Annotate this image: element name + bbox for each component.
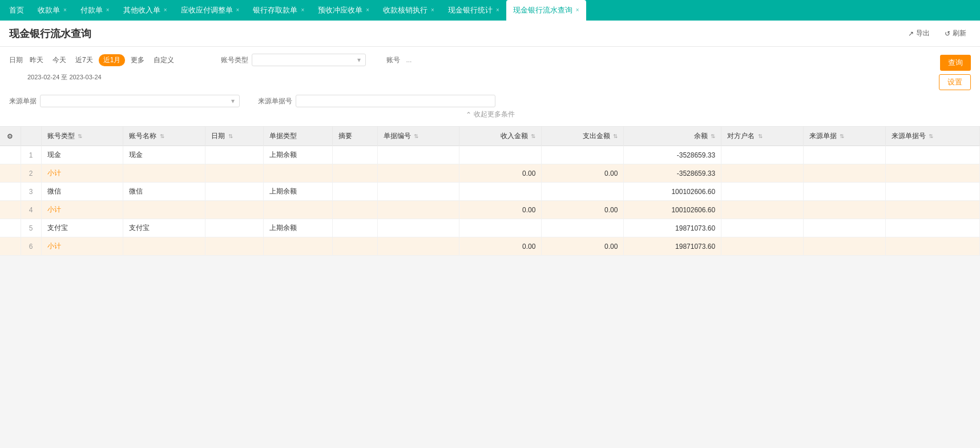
date-btn-today[interactable]: 今天 bbox=[49, 54, 70, 66]
date-btn-1month[interactable]: 近1月 bbox=[99, 54, 126, 66]
nav-label: 其他收入单 bbox=[123, 0, 160, 21]
header-actions: ↗ 导出 ↺ 刷新 bbox=[904, 26, 971, 41]
nav-close-icon[interactable]: × bbox=[431, 0, 434, 21]
th-source-doc-no[interactable]: 来源单据号 ⇅ bbox=[886, 127, 980, 146]
td-expense: 0.00 bbox=[542, 201, 624, 219]
data-table: ⚙ 账号类型 ⇅ 账号名称 ⇅ 日期 ⇅ 单据类型 bbox=[0, 127, 980, 256]
th-income[interactable]: 收入金额 ⇅ bbox=[459, 127, 542, 146]
sort-icon: ⇅ bbox=[929, 133, 933, 139]
th-source-doc[interactable]: 来源单据 ⇅ bbox=[804, 127, 886, 146]
export-button[interactable]: ↗ 导出 bbox=[904, 26, 934, 41]
nav-close-icon[interactable]: × bbox=[164, 0, 167, 21]
th-expense-label: 支出金额 bbox=[583, 132, 610, 140]
source-doc-select[interactable]: ▾ bbox=[40, 95, 240, 107]
nav-home-label: 首页 bbox=[9, 0, 24, 21]
th-account-name-label: 账号名称 bbox=[129, 132, 156, 140]
nav-receipt[interactable]: 收款单 × bbox=[31, 0, 74, 21]
td-expense bbox=[542, 183, 624, 201]
nav-payment[interactable]: 付款单 × bbox=[74, 0, 116, 21]
date-buttons: 昨天 今天 近7天 近1月 更多 自定义 bbox=[26, 54, 178, 66]
th-balance-label: 余额 bbox=[694, 132, 708, 140]
source-doc-no-filter-group: 来源单据号 bbox=[258, 95, 495, 107]
date-btn-yesterday[interactable]: 昨天 bbox=[26, 54, 47, 66]
date-btn-7days[interactable]: 近7天 bbox=[72, 54, 96, 66]
sort-icon: ⇅ bbox=[228, 133, 233, 139]
nav-prepaid[interactable]: 预收冲应收单 × bbox=[311, 0, 376, 21]
th-counterparty[interactable]: 对方户名 ⇅ bbox=[721, 127, 804, 146]
td-date bbox=[205, 183, 264, 201]
th-doc-no[interactable]: 单据编号 ⇅ bbox=[377, 127, 459, 146]
account-type-filter-group: 账号类型 ▾ bbox=[221, 54, 366, 66]
nav-adjustment[interactable]: 应收应付调整单 × bbox=[174, 0, 247, 21]
table-row[interactable]: 6小计0.000.0019871073.60 bbox=[0, 237, 980, 256]
sort-icon: ⇅ bbox=[78, 133, 82, 139]
settings-button[interactable]: 设置 bbox=[939, 74, 971, 90]
nav-bank-deposit[interactable]: 银行存取款单 × bbox=[246, 0, 311, 21]
td-counterparty bbox=[721, 237, 804, 256]
td-income bbox=[459, 146, 542, 164]
th-settings[interactable]: ⚙ bbox=[0, 127, 21, 146]
refresh-icon: ↺ bbox=[945, 30, 950, 38]
table-body: 1现金现金上期余额-3528659.332小计0.000.00-3528659.… bbox=[0, 146, 980, 256]
query-button[interactable]: 查询 bbox=[940, 55, 971, 71]
td-source-doc bbox=[804, 183, 886, 201]
td-seq: 3 bbox=[21, 183, 41, 201]
nav-close-icon[interactable]: × bbox=[63, 0, 67, 21]
th-source-doc-label: 来源单据 bbox=[809, 132, 837, 140]
th-balance[interactable]: 余额 ⇅ bbox=[624, 127, 721, 146]
nav-collection[interactable]: 收款核销执行 × bbox=[376, 0, 441, 21]
collapse-icon: ⌃ bbox=[466, 111, 471, 119]
nav-label: 付款单 bbox=[80, 0, 103, 21]
th-account-type[interactable]: 账号类型 ⇅ bbox=[41, 127, 123, 146]
nav-close-icon[interactable]: × bbox=[301, 0, 304, 21]
nav-close-icon[interactable]: × bbox=[236, 0, 240, 21]
td-doc-type: 上期余额 bbox=[264, 183, 333, 201]
table-row[interactable]: 4小计0.000.00100102606.60 bbox=[0, 201, 980, 219]
nav-close-icon[interactable]: × bbox=[496, 0, 499, 21]
td-account-type: 现金 bbox=[41, 146, 123, 164]
td-balance: 100102606.60 bbox=[624, 183, 721, 201]
date-btn-custom[interactable]: 自定义 bbox=[150, 54, 178, 66]
collapse-bar[interactable]: ⌃ 收起更多条件 bbox=[9, 107, 971, 119]
nav-cash-bank-ledger[interactable]: 现金银行流水查询 × bbox=[506, 0, 586, 21]
table-header-row: ⚙ 账号类型 ⇅ 账号名称 ⇅ 日期 ⇅ 单据类型 bbox=[0, 127, 980, 146]
td-account-name: 现金 bbox=[123, 146, 205, 164]
table-row[interactable]: 2小计0.000.00-3528659.33 bbox=[0, 164, 980, 183]
td-income: 0.00 bbox=[459, 201, 542, 219]
date-btn-more[interactable]: 更多 bbox=[127, 54, 148, 66]
td-source-doc bbox=[804, 146, 886, 164]
table-row[interactable]: 3微信微信上期余额100102606.60 bbox=[0, 183, 980, 201]
td-summary bbox=[332, 237, 377, 256]
account-type-select[interactable]: ▾ bbox=[252, 54, 366, 66]
top-navigation: 首页 收款单 × 付款单 × 其他收入单 × 应收应付调整单 × 银行存取款单 … bbox=[0, 0, 980, 21]
nav-other-income[interactable]: 其他收入单 × bbox=[116, 0, 174, 21]
td-summary bbox=[332, 146, 377, 164]
th-expense[interactable]: 支出金额 ⇅ bbox=[542, 127, 624, 146]
source-doc-no-input[interactable] bbox=[296, 95, 495, 107]
nav-label: 收款核销执行 bbox=[383, 0, 428, 21]
data-table-container: ⚙ 账号类型 ⇅ 账号名称 ⇅ 日期 ⇅ 单据类型 bbox=[0, 127, 980, 256]
table-row[interactable]: 5支付宝支付宝上期余额19871073.60 bbox=[0, 219, 980, 237]
td-balance: 100102606.60 bbox=[624, 201, 721, 219]
account-type-label: 账号类型 bbox=[221, 55, 248, 65]
table-row[interactable]: 1现金现金上期余额-3528659.33 bbox=[0, 146, 980, 164]
sort-icon: ⇅ bbox=[531, 133, 535, 139]
td-balance: -3528659.33 bbox=[624, 146, 721, 164]
td-balance: 19871073.60 bbox=[624, 237, 721, 256]
nav-cash-bank-stats[interactable]: 现金银行统计 × bbox=[441, 0, 506, 21]
td-doc-type: 上期余额 bbox=[264, 146, 333, 164]
th-date[interactable]: 日期 ⇅ bbox=[205, 127, 264, 146]
th-seq bbox=[21, 127, 41, 146]
sort-icon: ⇅ bbox=[160, 133, 164, 139]
nav-close-icon[interactable]: × bbox=[366, 0, 369, 21]
gear-icon[interactable]: ⚙ bbox=[7, 132, 13, 140]
nav-home[interactable]: 首页 bbox=[2, 0, 31, 21]
nav-close-icon[interactable]: × bbox=[106, 0, 110, 21]
nav-close-icon[interactable]: × bbox=[576, 0, 579, 21]
account-dots[interactable]: ... bbox=[404, 56, 414, 64]
td-income bbox=[459, 219, 542, 237]
td-doc-type bbox=[264, 164, 333, 183]
refresh-button[interactable]: ↺ 刷新 bbox=[940, 26, 971, 41]
td-doc-no bbox=[377, 164, 459, 183]
th-account-name[interactable]: 账号名称 ⇅ bbox=[123, 127, 205, 146]
